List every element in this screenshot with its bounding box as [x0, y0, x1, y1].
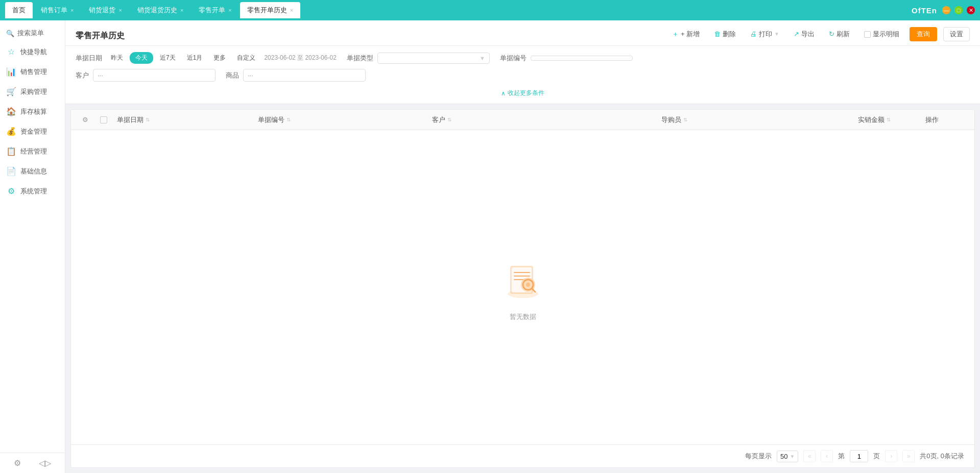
next-page-btn[interactable]: ›	[885, 450, 897, 462]
top-bar-right: OfTEn — □ ✕	[912, 6, 975, 15]
empty-state: 暂无数据	[71, 130, 974, 444]
tab-home[interactable]: 首页	[5, 2, 33, 18]
customer-input[interactable]: ···	[93, 69, 216, 82]
home-icon: 🏠	[6, 107, 16, 116]
page-word: 第	[838, 452, 845, 461]
date-filter-btns: 昨天 今天 近7天 近1月 更多 自定义	[106, 52, 260, 64]
order-no-input[interactable]	[531, 56, 633, 61]
filter-row-1: 单据日期 昨天 今天 近7天 近1月 更多 自定义 2023-06-02 至 2…	[76, 52, 970, 64]
tab-label: 销货退货	[89, 6, 115, 15]
1month-btn[interactable]: 近1月	[182, 52, 207, 64]
sidebar-item-operations[interactable]: 📋 经营管理	[0, 141, 65, 161]
order-type-select[interactable]: ▼	[377, 53, 490, 64]
query-button[interactable]: 查询	[910, 27, 937, 41]
more-btn[interactable]: 更多	[209, 52, 230, 64]
print-button[interactable]: 🖨 打印 ▼	[746, 28, 783, 41]
tab-label: 销售订单	[41, 6, 67, 15]
sort-icon[interactable]: ⇅	[146, 117, 150, 122]
sidebar-item-system[interactable]: ⚙ 系统管理	[0, 181, 65, 201]
sidebar-item-label: 采购管理	[20, 87, 47, 96]
settings-button[interactable]: 设置	[943, 27, 970, 41]
star-icon: ☆	[6, 47, 16, 57]
minimize-button[interactable]: —	[942, 6, 950, 14]
custom-btn[interactable]: 自定义	[232, 52, 260, 64]
collapse-filter-bar[interactable]: ∧ 收起更多条件	[76, 87, 970, 97]
page-size-select[interactable]: 50 ▼	[777, 451, 798, 462]
table-header: ⚙ 单据日期 ⇅ 单据编号 ⇅ 客户 ⇅ 导购员 ⇅	[71, 110, 974, 130]
plus-icon: ＋	[672, 30, 679, 39]
sort-icon[interactable]: ⇅	[447, 117, 451, 122]
brand-name: OfTEn	[912, 6, 937, 15]
maximize-button[interactable]: □	[954, 6, 963, 14]
close-icon[interactable]: ×	[70, 7, 74, 13]
sidebar-item-label: 经营管理	[20, 147, 47, 156]
export-button[interactable]: ↗ 导出	[790, 28, 819, 41]
checkbox-icon[interactable]	[100, 116, 107, 123]
table-area: ⚙ 单据日期 ⇅ 单据编号 ⇅ 客户 ⇅ 导购员 ⇅	[70, 109, 975, 468]
tab-sales-return[interactable]: 销货退货 ×	[82, 2, 129, 18]
close-icon[interactable]: ×	[118, 7, 122, 13]
sidebar-item-inventory[interactable]: 🏠 库存核算	[0, 102, 65, 121]
tab-sales-order[interactable]: 销售订单 ×	[34, 2, 81, 18]
sidebar-item-sales-mgmt[interactable]: 📊 销售管理	[0, 62, 65, 82]
settings-bottom-btn[interactable]: ⚙	[14, 458, 21, 468]
th-date-label: 单据日期	[117, 115, 144, 125]
delete-button[interactable]: 🗑 删除	[710, 28, 740, 41]
customer-filter-item: 客户 ···	[76, 69, 216, 82]
product-placeholder: ···	[248, 71, 253, 79]
empty-text: 暂无数据	[510, 312, 536, 321]
sort-icon[interactable]: ⇅	[286, 117, 291, 122]
th-amount: 实销金额 ⇅	[776, 115, 895, 125]
th-customer-label: 客户	[432, 115, 445, 125]
chevron-down-icon: ▼	[790, 454, 795, 459]
order-type-filter-item: 单据类型 ▼	[347, 53, 490, 64]
tab-sales-return-history[interactable]: 销货退货历史 ×	[130, 2, 190, 18]
top-tab-bar: 首页 销售订单 × 销货退货 × 销货退货历史 × 零售开单 × 零售开单历史 …	[0, 0, 980, 20]
first-page-btn[interactable]: «	[803, 450, 816, 462]
yesterday-btn[interactable]: 昨天	[106, 52, 128, 64]
sidebar-item-finance[interactable]: 💰 资金管理	[0, 121, 65, 141]
today-btn[interactable]: 今天	[130, 52, 153, 64]
page-size-label: 每页显示	[745, 452, 772, 461]
refresh-icon: ↻	[829, 30, 834, 38]
tab-retail-history[interactable]: 零售开单历史 ×	[240, 2, 300, 18]
last-page-btn[interactable]: »	[902, 450, 915, 462]
th-no: 单据编号 ⇅	[254, 115, 428, 125]
close-button[interactable]: ✕	[967, 6, 975, 14]
close-icon[interactable]: ×	[180, 7, 183, 13]
add-button[interactable]: ＋ + 新增	[668, 28, 704, 41]
sidebar-item-quick-nav[interactable]: ☆ 快捷导航	[0, 42, 65, 62]
collapse-sidebar-btn[interactable]: ◁▷	[39, 458, 51, 468]
date-filter-item: 单据日期 昨天 今天 近7天 近1月 更多 自定义 2023-06-02 至 2…	[76, 52, 337, 64]
sidebar-item-basic-info[interactable]: 📄 基础信息	[0, 161, 65, 181]
column-settings-btn[interactable]: ⚙	[76, 116, 94, 123]
close-icon[interactable]: ×	[290, 7, 293, 13]
customer-placeholder: ···	[98, 71, 103, 79]
sidebar-item-purchase-mgmt[interactable]: 🛒 采购管理	[0, 82, 65, 102]
collapse-label: 收起更多条件	[508, 89, 544, 97]
sort-icon[interactable]: ⇅	[683, 117, 687, 122]
chevron-down-icon: ▼	[774, 31, 779, 37]
total-info: 共0页, 0条记录	[920, 452, 964, 461]
page-number-input[interactable]	[850, 450, 868, 462]
display-detail-button[interactable]: 显示明细	[860, 28, 903, 41]
close-icon[interactable]: ×	[228, 7, 231, 13]
date-filter-label: 单据日期	[76, 54, 102, 63]
refresh-button[interactable]: ↻ 刷新	[825, 28, 854, 41]
chevron-down-icon: ▼	[480, 55, 485, 61]
chart-icon: 📊	[6, 67, 16, 77]
sort-icon[interactable]: ⇅	[887, 117, 891, 122]
product-label: 商品	[226, 71, 239, 80]
select-all-checkbox[interactable]	[94, 116, 113, 123]
page-title: 零售开单历史	[76, 31, 125, 41]
product-input[interactable]: ···	[243, 69, 366, 82]
prev-page-btn[interactable]: ‹	[821, 450, 833, 462]
th-date: 单据日期 ⇅	[113, 115, 254, 125]
sidebar-search[interactable]: 🔍 搜索菜单	[0, 24, 65, 42]
page-header: 零售开单历史 ＋ + 新增 🗑 删除 🖨 打印 ▼ ↗ 导出	[65, 20, 980, 46]
gear-icon: ⚙	[6, 186, 16, 196]
sidebar-item-label: 库存核算	[20, 107, 47, 116]
filter-area: 单据日期 昨天 今天 近7天 近1月 更多 自定义 2023-06-02 至 2…	[65, 46, 980, 104]
tab-retail-open[interactable]: 零售开单 ×	[192, 2, 238, 18]
7days-btn[interactable]: 近7天	[155, 52, 180, 64]
